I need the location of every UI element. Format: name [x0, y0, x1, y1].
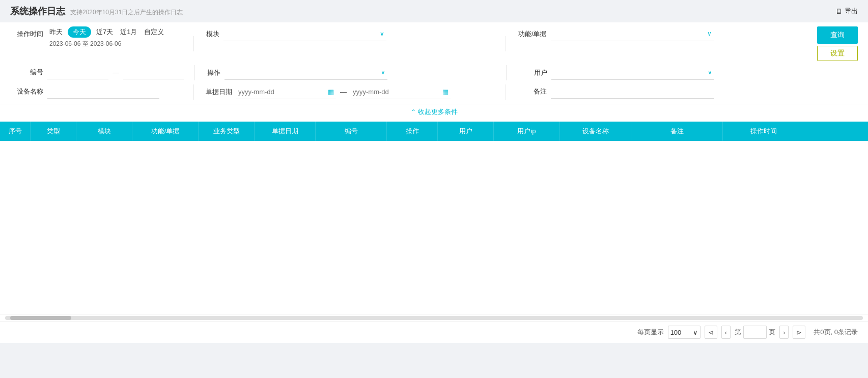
time-label: 操作时间: [10, 30, 43, 39]
th-biztype: 业务类型: [199, 122, 255, 141]
page-label-prefix: 第: [735, 328, 741, 337]
module-label: 模块: [204, 30, 219, 39]
th-remark: 备注: [631, 122, 723, 141]
th-docdate: 单据日期: [255, 122, 316, 141]
docdate-field: 单据日期 ▦ — ▦: [204, 84, 495, 99]
user-select[interactable]: ∨: [551, 65, 714, 80]
docdate-dash: —: [340, 88, 347, 96]
remark-label: 备注: [516, 87, 547, 96]
prev-page-button[interactable]: ‹: [721, 326, 731, 339]
next-page-button[interactable]: ›: [779, 326, 789, 339]
code-input-from[interactable]: [47, 65, 108, 79]
op-field: 操作 ∨: [205, 65, 496, 80]
code-label: 编号: [10, 68, 43, 77]
th-device: 设备名称: [560, 122, 631, 141]
docdate-to-input[interactable]: [351, 84, 440, 99]
docdate-from-calendar-icon[interactable]: ▦: [326, 88, 336, 96]
collapse-button[interactable]: ⌃ 收起更多条件: [411, 107, 458, 117]
per-page-label: 每页显示: [637, 328, 664, 337]
first-page-button[interactable]: ⊲: [705, 326, 717, 339]
module-field: 模块 ∨: [204, 26, 495, 41]
time-range: 2023-06-06 至 2023-06-06: [49, 40, 166, 48]
page-summary: 共0页, 0条记录: [814, 328, 858, 337]
func-value: [551, 26, 714, 41]
scrollbar-thumb[interactable]: [10, 316, 71, 320]
time-btn-custom[interactable]: 自定义: [142, 26, 166, 38]
user-field: 用户 ∨: [517, 65, 807, 80]
time-btn-yesterday[interactable]: 昨天: [47, 26, 65, 38]
device-input[interactable]: [47, 84, 159, 99]
user-label: 用户: [517, 68, 547, 77]
th-func: 功能/单据: [132, 122, 199, 141]
scrollbar-area[interactable]: [0, 314, 868, 321]
page-header: 系统操作日志 支持2020年10月31日之后产生的操作日志 🖥 导出: [0, 0, 868, 22]
page-title: 系统操作日志: [10, 5, 65, 17]
table-header: 序号 类型 模块 功能/单据 业务类型 单据日期 编号 操作 用户 用户ip 设…: [0, 122, 868, 141]
th-type: 类型: [31, 122, 76, 141]
per-page-chevron: ∨: [693, 329, 698, 336]
module-select[interactable]: ∨: [223, 26, 386, 41]
func-select[interactable]: ∨: [551, 26, 714, 41]
page-subtitle: 支持2020年10月31日之后产生的操作日志: [70, 8, 183, 17]
th-op: 操作: [387, 122, 438, 141]
docdate-from-input[interactable]: [236, 84, 326, 99]
th-code: 编号: [316, 122, 387, 141]
page-input-wrap: 第 1 页: [735, 326, 775, 339]
table-body: [0, 141, 868, 314]
action-buttons: 查询 设置: [817, 26, 858, 61]
remark-input[interactable]: [551, 84, 714, 99]
docdate-from-wrap: ▦: [236, 84, 336, 99]
func-label: 功能/单据: [516, 30, 547, 39]
user-value: [551, 65, 714, 79]
collapse-row: ⌃ 收起更多条件: [0, 104, 868, 122]
export-label: 导出: [845, 7, 858, 16]
settings-button[interactable]: 设置: [817, 46, 858, 61]
docdate-to-wrap: ▦: [351, 84, 451, 99]
collapse-up-icon: ⌃: [411, 108, 416, 115]
code-dash: —: [113, 69, 119, 76]
per-page-value: 100: [670, 329, 682, 336]
time-btn-1month[interactable]: 近1月: [118, 26, 139, 38]
page-number-input[interactable]: 1: [743, 326, 767, 339]
table-container: 序号 类型 模块 功能/单据 业务类型 单据日期 编号 操作 用户 用户ip 设…: [0, 122, 868, 314]
module-value: [223, 26, 386, 41]
th-optime: 操作时间: [723, 122, 804, 141]
export-button[interactable]: 🖥 导出: [835, 7, 858, 16]
th-user: 用户: [438, 122, 494, 141]
th-userip: 用户ip: [494, 122, 560, 141]
docdate-to-calendar-icon[interactable]: ▦: [440, 88, 451, 96]
pagination: 每页显示 100 ∨ ⊲ ‹ 第 1 页 › ⊳ 共0页, 0条记录: [0, 321, 868, 343]
th-module: 模块: [76, 122, 132, 141]
page-label-suffix: 页: [769, 328, 775, 337]
time-btn-today[interactable]: 今天: [68, 26, 91, 38]
device-label: 设备名称: [10, 87, 43, 96]
th-seq: 序号: [0, 122, 31, 141]
op-value: [225, 65, 387, 79]
scrollbar-track: [5, 316, 863, 320]
query-button[interactable]: 查询: [817, 26, 858, 44]
op-label: 操作: [205, 68, 220, 77]
remark-field: 备注: [516, 84, 807, 99]
time-btn-7days[interactable]: 近7天: [94, 26, 115, 38]
code-input-to[interactable]: [123, 65, 184, 79]
export-icon: 🖥: [835, 7, 843, 15]
docdate-label: 单据日期: [204, 88, 232, 97]
filter-section: 操作时间 昨天 今天 近7天 近1月 自定义 2023-06-06 至 2023…: [0, 22, 868, 122]
collapse-label: 收起更多条件: [418, 107, 458, 117]
last-page-button[interactable]: ⊳: [793, 326, 805, 339]
op-select[interactable]: ∨: [225, 65, 387, 80]
per-page-select[interactable]: 100 ∨: [668, 326, 701, 339]
func-field: 功能/单据 ∨: [516, 26, 807, 41]
